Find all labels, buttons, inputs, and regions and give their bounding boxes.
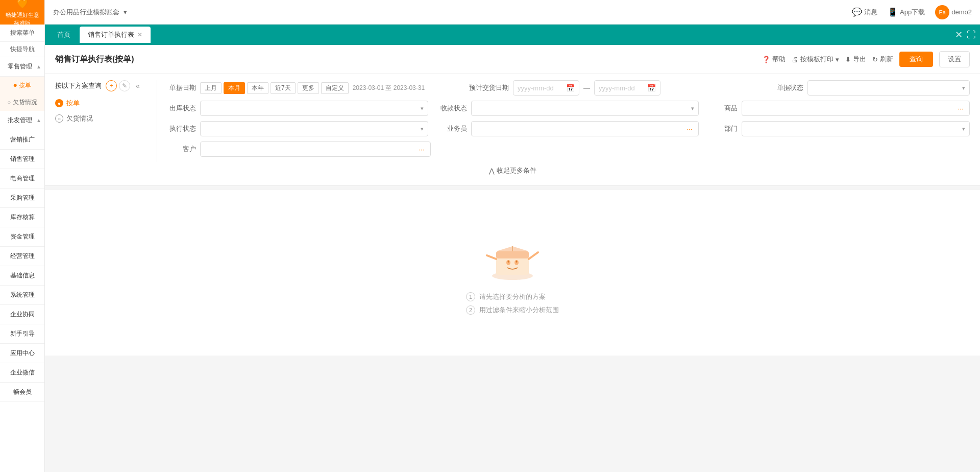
query-button[interactable]: 查询: [899, 52, 933, 67]
filter-group-delivery-status: 出库状态 ▾: [165, 101, 428, 116]
add-plan-btn[interactable]: +: [106, 80, 117, 91]
export-icon: ⬇: [845, 56, 851, 63]
filter-fields: 单据日期 上月 本月 本年 近7天 更多 自定义 2023-03-01 至 20…: [165, 80, 970, 162]
tab-close-all-icon[interactable]: ✕: [955, 29, 963, 40]
filter-row-3: 执行状态 ▾ 业务员 ···: [165, 121, 970, 136]
filter-plan-header: 按以下方案查询 + ✎ «: [55, 80, 149, 91]
search-menu-btn[interactable]: 搜索菜单: [0, 25, 44, 42]
tab-close-icon[interactable]: ✕: [137, 31, 142, 38]
sidebar-item-system[interactable]: 系统管理: [0, 286, 44, 305]
date-custom-btn[interactable]: 自定义: [321, 82, 349, 94]
plan-item-debt[interactable]: ○ 欠货情况: [55, 111, 149, 126]
empty-illustration: [482, 231, 543, 282]
app-download-btn[interactable]: 📱 App下载: [888, 7, 925, 17]
breadcrumb-arrow-icon[interactable]: ▾: [124, 8, 127, 16]
collapse-plan-btn[interactable]: «: [132, 80, 143, 91]
filter-row-4: 客户 ···: [165, 141, 970, 157]
filter-plan-section: 按以下方案查询 + ✎ « ● 按单 ○ 欠货情况: [55, 80, 157, 162]
sidebar-item-ecommerce[interactable]: 电商管理: [0, 169, 44, 188]
sidebar-subitem-debt[interactable]: ○ 欠货情况: [0, 94, 44, 111]
svg-line-9: [487, 255, 496, 259]
tab-sales-exec[interactable]: 销售订单执行表 ✕: [80, 27, 151, 43]
message-icon: 💬: [852, 7, 862, 17]
sidebar-item-wholesale[interactable]: 批发管理 ▲: [0, 111, 44, 130]
tab-expand-icon[interactable]: ⛶: [967, 30, 976, 40]
date-range-text: 2023-03-01 至 2023-03-31: [353, 84, 425, 92]
sidebar-item-enterprise[interactable]: 企业协同: [0, 305, 44, 324]
header-actions: 💬 消息 📱 App下载 Ea demo2: [852, 5, 972, 19]
logo-text: 畅捷通好生意: [6, 11, 39, 19]
filter-group-payment-status: 收款状态 ▾: [436, 101, 699, 116]
main-area: 办公用品行业模拟账套 ▾ 💬 消息 📱 App下载 Ea demo2 首页: [45, 0, 980, 472]
dept-arrow-icon: ▾: [962, 126, 965, 132]
set-button[interactable]: 设置: [939, 51, 970, 67]
sidebar-item-business[interactable]: 经营管理: [0, 247, 44, 266]
goods-more-icon[interactable]: ···: [955, 105, 965, 112]
doc-status-arrow-icon: ▾: [962, 85, 965, 91]
dept-label: 部门: [707, 124, 738, 133]
tab-home[interactable]: 首页: [49, 27, 79, 43]
payment-status-select[interactable]: ▾: [471, 101, 699, 116]
dept-select[interactable]: ▾: [742, 121, 970, 136]
sidebar-logo: 🧡 畅捷通好生意 标准版: [0, 0, 44, 25]
filter-section: 按以下方案查询 + ✎ « ● 按单 ○ 欠货情况: [55, 80, 970, 162]
customer-more-icon[interactable]: ···: [416, 146, 426, 153]
edit-plan-btn[interactable]: ✎: [119, 80, 130, 91]
expected-date-label: 预计交货日期: [469, 83, 509, 92]
date-more-btn[interactable]: 更多: [298, 82, 319, 94]
svg-point-8: [516, 261, 518, 263]
collapse-more-btn[interactable]: ⋀ 收起更多条件: [55, 162, 970, 179]
sidebar-item-finance[interactable]: 资金管理: [0, 227, 44, 247]
expected-date-to[interactable]: yyyy-mm-dd 📅: [594, 80, 660, 96]
date-label: 单据日期: [165, 83, 196, 92]
customer-select[interactable]: ···: [200, 141, 431, 157]
print-icon: 🖨: [792, 56, 798, 63]
export-btn[interactable]: ⬇ 导出: [845, 55, 866, 64]
customer-label: 客户: [165, 145, 196, 154]
sidebar-item-basic[interactable]: 基础信息: [0, 266, 44, 286]
exec-status-select[interactable]: ▾: [200, 121, 428, 136]
sidebar-item-marketing[interactable]: 营销推广: [0, 130, 44, 150]
sidebar-item-retail[interactable]: 零售管理 ▲: [0, 57, 44, 77]
salesperson-more-icon[interactable]: ···: [685, 125, 695, 133]
delivery-status-select[interactable]: ▾: [200, 101, 428, 116]
filter-group-goods: 商品 ···: [707, 101, 970, 116]
sidebar-item-purchase[interactable]: 采购管理: [0, 188, 44, 208]
message-btn[interactable]: 💬 消息: [852, 7, 877, 17]
sidebar-item-member[interactable]: 畅会员: [0, 383, 44, 402]
filter-row-2: 出库状态 ▾ 收款状态 ▾: [165, 101, 970, 116]
date-separator: —: [583, 84, 590, 92]
refresh-btn[interactable]: ↻ 刷新: [872, 55, 893, 64]
sidebar-item-sales[interactable]: 销售管理: [0, 150, 44, 169]
empty-tips: 1 请先选择要分析的方案 2 用过滤条件来缩小分析范围: [466, 292, 559, 315]
user-profile-btn[interactable]: Ea demo2: [935, 5, 972, 19]
help-icon: ❓: [762, 56, 770, 63]
date-last-month-btn[interactable]: 上月: [200, 82, 222, 94]
sidebar-subitem-order[interactable]: ● 按单: [0, 77, 44, 94]
plan-item-order[interactable]: ● 按单: [55, 96, 149, 111]
quick-nav-btn[interactable]: 快捷导航: [0, 42, 44, 57]
filter-row-1: 单据日期 上月 本月 本年 近7天 更多 自定义 2023-03-01 至 20…: [165, 80, 970, 96]
sidebar-item-inventory[interactable]: 库存核算: [0, 208, 44, 227]
print-btn[interactable]: 🖨 按模板打印 ▾: [792, 55, 839, 64]
filter-panel: 按以下方案查询 + ✎ « ● 按单 ○ 欠货情况: [45, 74, 980, 186]
date-this-year-btn[interactable]: 本年: [247, 82, 268, 94]
goods-select[interactable]: ···: [742, 101, 970, 116]
filter-group-exec-status: 执行状态 ▾: [165, 121, 428, 136]
doc-status-select[interactable]: ▾: [807, 80, 970, 96]
date-last-7-btn[interactable]: 近7天: [271, 82, 296, 94]
plan-order-icon: ●: [55, 99, 63, 107]
svg-rect-2: [496, 251, 529, 258]
sidebar-item-wechat[interactable]: 企业微信: [0, 363, 44, 383]
filter-group-date: 单据日期 上月 本月 本年 近7天 更多 自定义 2023-03-01 至 20…: [165, 82, 461, 94]
empty-state: 1 请先选择要分析的方案 2 用过滤条件来缩小分析范围: [45, 190, 980, 356]
salesperson-label: 业务员: [436, 124, 467, 133]
expected-date-from[interactable]: yyyy-mm-dd 📅: [513, 80, 579, 96]
date-this-month-btn[interactable]: 本月: [224, 82, 245, 94]
calendar-from-icon: 📅: [566, 84, 575, 92]
salesperson-select[interactable]: ···: [471, 121, 699, 136]
sidebar-item-appstore[interactable]: 应用中心: [0, 344, 44, 363]
top-header: 办公用品行业模拟账套 ▾ 💬 消息 📱 App下载 Ea demo2: [45, 0, 980, 25]
help-btn[interactable]: ❓ 帮助: [762, 55, 786, 64]
sidebar-item-newbie[interactable]: 新手引导: [0, 324, 44, 344]
